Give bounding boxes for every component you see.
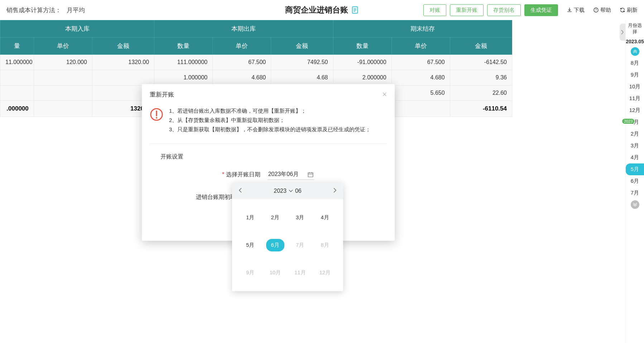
notice-line-3: 3、只是重新获取【期初数据】，不会删除发票模块的进销项发票及已经生成的凭证；	[169, 125, 371, 134]
month-cell-label: 3月	[291, 211, 309, 224]
warning-icon	[150, 108, 163, 121]
month-cell-label: 5月	[241, 239, 259, 251]
svg-rect-9	[308, 172, 313, 177]
month-cell-label: 9月	[241, 266, 259, 279]
month-picker-header: 2023 06	[232, 183, 343, 199]
month-cell-label: 12月	[314, 266, 336, 279]
month-picker-grid: 1月2月3月4月5月6月7月8月9月10月11月12月	[232, 199, 343, 291]
month-cell[interactable]: 1月	[238, 211, 263, 224]
prev-year-button[interactable]	[239, 188, 242, 194]
month-cell-label: 1月	[241, 211, 259, 224]
month-cell: 10月	[263, 266, 288, 279]
date-value: 2023年06月	[268, 171, 299, 178]
month-cell[interactable]: 6月	[263, 239, 288, 251]
picker-year-value: 2023	[274, 188, 287, 194]
month-cell[interactable]: 2月	[263, 211, 288, 224]
month-cell: 7月	[288, 239, 313, 251]
chevron-right-icon	[333, 188, 337, 193]
chevron-down-icon	[289, 190, 293, 192]
date-input[interactable]: 2023年06月	[268, 169, 314, 180]
date-row: 选择开账日期 2023年06月	[150, 168, 387, 185]
date-label: 选择开账日期	[222, 171, 260, 178]
month-cell-label: 6月	[266, 239, 284, 251]
notice-line-1: 1、若进销台账出入库数据不准确，可使用【重新开账】；	[169, 106, 371, 116]
next-year-button[interactable]	[333, 188, 337, 194]
month-cell[interactable]: 5月	[238, 239, 263, 251]
month-cell-label: 7月	[291, 239, 309, 251]
modal-notice: 1、若进销台账出入库数据不准确，可使用【重新开账】； 2、从【存货数量余额表】中…	[150, 104, 387, 144]
modal-close-button[interactable]: ×	[382, 90, 387, 99]
svg-point-8	[156, 117, 157, 118]
month-cell-label: 8月	[316, 239, 334, 251]
month-cell: 11月	[288, 266, 313, 279]
month-cell[interactable]: 4月	[313, 211, 338, 224]
chevron-left-icon	[239, 188, 242, 193]
modal-header: 重新开账 ×	[142, 84, 395, 104]
calendar-icon	[307, 171, 314, 178]
month-cell-label: 4月	[316, 211, 334, 224]
month-cell: 12月	[313, 266, 338, 279]
month-cell-label: 10月	[264, 266, 286, 279]
month-cell-label: 11月	[289, 266, 311, 279]
month-cell: 9月	[238, 266, 263, 279]
section-label: 开账设置	[150, 144, 387, 168]
year-selector[interactable]: 2023 06	[274, 188, 301, 194]
notice-text: 1、若进销台账出入库数据不准确，可使用【重新开账】； 2、从【存货数量余额表】中…	[169, 106, 371, 134]
modal-title: 重新开账	[150, 90, 174, 99]
month-cell[interactable]: 3月	[288, 211, 313, 224]
month-cell-label: 2月	[266, 211, 284, 224]
month-picker: 2023 06 1月2月3月4月5月6月7月8月9月10月11月12月	[232, 183, 343, 291]
month-cell: 8月	[313, 239, 338, 251]
notice-line-2: 2、从【存货数量余额表】中重新提取期初数据；	[169, 116, 371, 125]
picker-month-value: 06	[295, 188, 302, 194]
